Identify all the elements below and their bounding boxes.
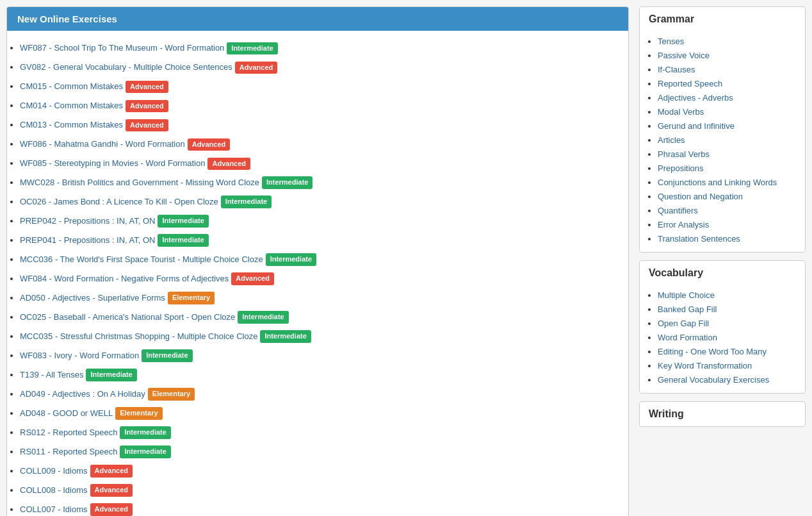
list-item: WF084 - Word Formation - Negative Forms …	[20, 269, 618, 288]
sidebar-grammar-link[interactable]: Error Analysis	[658, 220, 709, 229]
list-item: AD049 - Adjectives : On A HolidayElement…	[20, 385, 618, 404]
sidebar-vocabulary-link[interactable]: Open Gap Fill	[658, 319, 709, 328]
grammar-list: TensesPassive VoiceIf-ClausesReported Sp…	[640, 31, 805, 252]
list-item: MWC028 - British Politics and Government…	[20, 173, 618, 192]
level-badge: Advanced	[90, 484, 133, 496]
sidebar-grammar-link[interactable]: Reported Speech	[658, 79, 722, 88]
sidebar-grammar-link[interactable]: Modal Verbs	[658, 107, 704, 117]
page-wrapper: New Online Exercises WF087 - School Trip…	[0, 0, 812, 516]
level-badge: Intermediate	[86, 369, 136, 381]
sidebar-item: General Vocabulary Exercises	[658, 372, 796, 387]
list-item: MCC036 - The World's First Space Tourist…	[20, 250, 618, 269]
exercise-link[interactable]: OC025 - Baseball - America's National Sp…	[20, 312, 235, 322]
exercise-link[interactable]: CM014 - Common Mistakes	[20, 101, 123, 110]
exercise-link[interactable]: AD048 - GOOD or WELL	[20, 408, 113, 418]
exercise-link[interactable]: AD050 - Adjectives - Superlative Forms	[20, 293, 165, 303]
sidebar-vocabulary-link[interactable]: General Vocabulary Exercises	[658, 375, 769, 385]
sidebar-item: Banked Gap Fill	[658, 302, 796, 316]
exercise-link[interactable]: WF085 - Stereotyping in Movies - Word Fo…	[20, 158, 205, 168]
exercise-link[interactable]: OC026 - James Bond : A Licence To Kill -…	[20, 197, 218, 206]
exercise-link[interactable]: RS011 - Reported Speech	[20, 447, 117, 456]
sidebar-grammar-link[interactable]: Phrasal Verbs	[658, 149, 710, 159]
list-item: WF086 - Mahatma Gandhi - Word FormationA…	[20, 135, 618, 154]
sidebar-vocabulary-link[interactable]: Multiple Choice	[658, 290, 715, 300]
level-badge: Elementary	[168, 292, 215, 304]
sidebar-item: Adjectives - Adverbs	[658, 90, 796, 104]
sidebar-grammar-link[interactable]: If-Clauses	[658, 65, 695, 74]
sidebar-vocabulary-link[interactable]: Key Word Transformation	[658, 361, 752, 370]
list-item: GV082 - General Vocabulary - Multiple Ch…	[20, 58, 618, 77]
sidebar-grammar-link[interactable]: Adjectives - Adverbs	[658, 93, 733, 103]
sidebar-grammar-link[interactable]: Conjunctions and Linking Words	[658, 178, 777, 187]
sidebar-vocabulary-link[interactable]: Word Formation	[658, 333, 717, 342]
exercise-link[interactable]: CM013 - Common Mistakes	[20, 120, 123, 129]
level-badge: Intermediate	[260, 330, 311, 342]
exercise-link[interactable]: WF087 - School Trip To The Museum - Word…	[20, 43, 224, 53]
level-badge: Intermediate	[262, 176, 313, 188]
sidebar-item: Reported Speech	[658, 76, 796, 90]
level-badge: Advanced	[231, 272, 274, 285]
list-item: AD050 - Adjectives - Superlative FormsEl…	[20, 288, 618, 308]
exercise-link[interactable]: WF086 - Mahatma Gandhi - Word Formation	[20, 139, 185, 149]
exercise-link[interactable]: WF084 - Word Formation - Negative Forms …	[20, 274, 229, 283]
list-item: AD048 - GOOD or WELLElementary	[20, 404, 618, 423]
sidebar-item: Tenses	[658, 34, 796, 48]
exercise-link[interactable]: GV082 - General Vocabulary - Multiple Ch…	[20, 62, 232, 72]
level-badge: Intermediate	[221, 196, 272, 208]
exercises-title: New Online Exercises	[17, 13, 117, 24]
list-item: COLL007 - IdiomsAdvanced	[20, 500, 618, 516]
exercise-link[interactable]: AD049 - Adjectives : On A Holiday	[20, 389, 145, 399]
level-badge: Advanced	[90, 503, 133, 515]
sidebar-item: Modal Verbs	[658, 104, 796, 119]
exercise-link[interactable]: COLL009 - Idioms	[20, 466, 88, 476]
level-badge: Advanced	[188, 138, 231, 151]
level-badge: Advanced	[90, 465, 133, 477]
sidebar-item: Editing - One Word Too Many	[658, 344, 796, 358]
level-badge: Intermediate	[120, 426, 170, 438]
exercise-link[interactable]: MWC028 - British Politics and Government…	[20, 178, 259, 187]
sidebar-grammar-link[interactable]: Tenses	[658, 37, 684, 46]
vocabulary-title: Vocabulary	[640, 261, 805, 285]
level-badge: Intermediate	[142, 349, 192, 362]
level-badge: Advanced	[126, 81, 168, 93]
sidebar-grammar-link[interactable]: Quantifiers	[658, 206, 698, 215]
list-item: RS011 - Reported SpeechIntermediate	[20, 442, 618, 462]
sidebar-item: Prepositions	[658, 161, 796, 175]
sidebar: Grammar TensesPassive VoiceIf-ClausesRep…	[639, 6, 806, 516]
sidebar-vocabulary-link[interactable]: Banked Gap Fill	[658, 304, 717, 314]
level-badge: Intermediate	[227, 42, 277, 54]
exercise-link[interactable]: COLL008 - Idioms	[20, 485, 88, 495]
exercise-link[interactable]: WF083 - Ivory - Word Formation	[20, 351, 139, 360]
exercise-link[interactable]: PREP041 - Prepositions : IN, AT, ON	[20, 235, 155, 245]
sidebar-item: Open Gap Fill	[658, 316, 796, 330]
vocabulary-section: Vocabulary Multiple ChoiceBanked Gap Fil…	[639, 260, 806, 394]
sidebar-grammar-link[interactable]: Prepositions	[658, 163, 704, 173]
exercise-link[interactable]: MCC036 - The World's First Space Tourist…	[20, 254, 263, 264]
exercise-link[interactable]: COLL007 - Idioms	[20, 504, 88, 514]
sidebar-grammar-link[interactable]: Question and Negation	[658, 192, 743, 201]
list-item: OC025 - Baseball - America's National Sp…	[20, 308, 618, 327]
grammar-section: Grammar TensesPassive VoiceIf-ClausesRep…	[639, 6, 806, 253]
writing-title: Writing	[640, 402, 805, 426]
sidebar-vocabulary-link[interactable]: Editing - One Word Too Many	[658, 347, 767, 356]
level-badge: Advanced	[126, 100, 168, 112]
level-badge: Advanced	[126, 119, 168, 131]
exercise-link[interactable]: RS012 - Reported Speech	[20, 428, 117, 437]
list-item: CM015 - Common MistakesAdvanced	[20, 77, 618, 96]
exercise-link[interactable]: MCC035 - Stressful Christmas Shopping - …	[20, 331, 257, 341]
level-badge: Elementary	[148, 388, 195, 400]
sidebar-item: Articles	[658, 133, 796, 147]
list-item: COLL009 - IdiomsAdvanced	[20, 462, 618, 481]
sidebar-grammar-link[interactable]: Gerund and Infinitive	[658, 121, 735, 131]
level-badge: Intermediate	[266, 253, 316, 265]
list-item: WF085 - Stereotyping in Movies - Word Fo…	[20, 154, 618, 173]
sidebar-grammar-link[interactable]: Passive Voice	[658, 51, 710, 60]
level-badge: Intermediate	[238, 311, 288, 323]
sidebar-grammar-link[interactable]: Articles	[658, 135, 685, 145]
exercise-link[interactable]: CM015 - Common Mistakes	[20, 81, 123, 91]
list-item: PREP042 - Prepositions : IN, AT, ONInter…	[20, 212, 618, 231]
level-badge: Intermediate	[120, 445, 170, 458]
sidebar-grammar-link[interactable]: Translation Sentences	[658, 234, 740, 244]
exercise-link[interactable]: T139 - All Tenses	[20, 370, 83, 379]
exercise-link[interactable]: PREP042 - Prepositions : IN, AT, ON	[20, 216, 155, 226]
